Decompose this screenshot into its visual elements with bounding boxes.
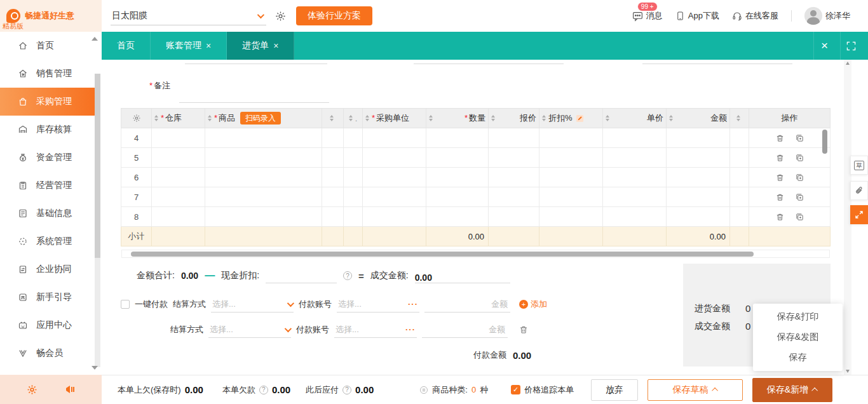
sidebar-item-guide[interactable]: 新手引导 <box>0 283 102 311</box>
expand-fullscreen-button[interactable] <box>850 205 868 224</box>
sidebar-scrollbar-thumb[interactable] <box>95 74 100 258</box>
delete-row-icon[interactable] <box>776 134 784 142</box>
col-purchase-unit[interactable]: 采购单位 <box>365 112 423 124</box>
help-question-icon[interactable] <box>259 386 268 394</box>
sort-icon[interactable] <box>330 115 334 121</box>
copy-row-icon[interactable] <box>796 173 804 182</box>
sort-icon[interactable] <box>365 115 369 121</box>
attachment-button[interactable] <box>850 181 868 200</box>
col-amount[interactable]: 金额 <box>669 112 727 124</box>
scroll-down-icon[interactable] <box>846 370 850 373</box>
save-draft-button[interactable]: 保存草稿 <box>648 379 743 401</box>
pay-amount-input[interactable]: 金额 <box>422 321 508 338</box>
sort-icon[interactable] <box>669 115 673 121</box>
table-vertical-scrollbar-thumb[interactable] <box>822 130 827 154</box>
messages-button[interactable]: 99 + 消息 <box>632 10 663 22</box>
pay-amount-input[interactable]: 金额 <box>424 296 510 313</box>
col-unit-price[interactable]: 单价 <box>606 112 663 124</box>
col-hidden-3[interactable] <box>733 115 746 121</box>
close-tab-icon[interactable] <box>206 41 211 51</box>
sidebar-item-system[interactable]: 系统管理 <box>0 227 102 255</box>
form-field-underline[interactable] <box>414 64 564 64</box>
sidebar-item-appcenter[interactable]: 应用中心 <box>0 311 102 339</box>
form-field-underline[interactable] <box>642 64 792 64</box>
table-row[interactable]: 7 <box>121 187 831 207</box>
sort-icon[interactable] <box>542 115 546 121</box>
tab-purchase-order[interactable]: 进货单 <box>227 32 294 60</box>
sidebar-scroll-up-icon[interactable] <box>92 37 98 41</box>
sidebar-item-operations[interactable]: 经营管理 <box>0 172 102 199</box>
copy-row-icon[interactable] <box>796 193 804 201</box>
column-settings-gear-icon[interactable] <box>124 114 149 123</box>
add-payment-button[interactable]: 添加 <box>519 299 547 310</box>
delete-row-icon[interactable] <box>776 173 784 182</box>
sidebar-item-purchase[interactable]: 采购管理 <box>0 88 97 116</box>
ellipsis-icon[interactable] <box>405 325 416 334</box>
fullscreen-icon[interactable] <box>840 32 862 60</box>
sidebar-item-collaboration[interactable]: 企业协同 <box>0 255 102 283</box>
sort-icon[interactable] <box>349 115 353 121</box>
one-click-pay-checkbox[interactable] <box>121 300 130 309</box>
settle-method-select[interactable]: 选择... <box>211 296 294 313</box>
ellipsis-icon[interactable] <box>408 299 418 309</box>
sidebar-item-funds[interactable]: 资金管理 <box>0 144 102 172</box>
save-and-new-button[interactable]: 保存&新增 <box>752 378 832 402</box>
scan-entry-button[interactable]: 扫码录入 <box>240 112 281 125</box>
sort-icon[interactable] <box>429 115 433 121</box>
col-product[interactable]: 商品扫码录入 <box>208 112 319 125</box>
footer-gear-icon[interactable] <box>27 384 37 395</box>
table-row[interactable]: 5 <box>121 148 831 168</box>
menu-item-save[interactable]: 保存 <box>753 347 843 368</box>
scroll-up-icon[interactable] <box>846 62 850 65</box>
user-menu[interactable]: 徐泽华 <box>804 7 850 25</box>
sidebar-item-inventory[interactable]: 库存核算 <box>0 116 102 144</box>
app-download-button[interactable]: App下载 <box>675 10 719 22</box>
col-warehouse[interactable]: 仓库 <box>154 112 202 124</box>
draft-note-button[interactable]: 草 <box>850 156 868 175</box>
edit-pencil-icon[interactable] <box>576 114 584 123</box>
col-hidden-2[interactable]: . <box>346 114 360 123</box>
delete-payment-row-icon[interactable] <box>519 325 528 334</box>
deal-amount-input[interactable]: 0.00 <box>415 268 510 283</box>
delete-row-icon[interactable] <box>776 213 784 221</box>
table-row[interactable]: 6 <box>121 168 831 187</box>
copy-row-icon[interactable] <box>796 213 804 221</box>
trial-solution-button[interactable]: 体验行业方案 <box>296 6 372 25</box>
sidebar-item-baseinfo[interactable]: 基础信息 <box>0 199 102 227</box>
cash-discount-input[interactable] <box>266 268 337 283</box>
settle-method-select[interactable]: 选择... <box>208 321 291 338</box>
settings-gear-icon[interactable] <box>275 11 286 22</box>
collapse-speaker-icon[interactable] <box>64 384 75 394</box>
table-row[interactable]: 4 <box>121 128 831 148</box>
table-horizontal-scrollbar[interactable] <box>121 250 830 258</box>
horizontal-scrollbar-thumb[interactable] <box>131 252 754 257</box>
sidebar-item-member[interactable]: 畅会员 <box>0 339 102 367</box>
copy-row-icon[interactable] <box>796 154 804 162</box>
menu-item-save-image[interactable]: 保存&发图 <box>753 327 843 347</box>
discard-button[interactable]: 放弃 <box>591 379 638 401</box>
delete-row-icon[interactable] <box>776 154 784 162</box>
remark-input[interactable] <box>179 88 329 103</box>
account-book-selector[interactable]: 日太阳膜 <box>111 6 266 25</box>
pay-account-select[interactable]: 选择... <box>337 296 419 313</box>
help-question-icon[interactable] <box>342 386 351 394</box>
sidebar-item-sales[interactable]: 销售管理 <box>0 60 102 88</box>
sidebar-scroll-down-icon[interactable] <box>92 366 98 370</box>
sort-icon[interactable] <box>606 115 609 121</box>
col-hidden-1[interactable] <box>325 115 341 121</box>
sort-icon[interactable] <box>208 115 212 121</box>
col-discount[interactable]: 折扣% <box>542 112 600 124</box>
tab-home[interactable]: 首页 <box>102 32 151 60</box>
sort-icon[interactable] <box>491 115 495 121</box>
form-field-underline[interactable] <box>185 64 327 64</box>
checked-checkbox-icon[interactable] <box>511 385 520 394</box>
copy-row-icon[interactable] <box>796 134 804 142</box>
help-question-icon[interactable] <box>343 271 352 280</box>
sidebar-item-home[interactable]: 首页 <box>0 32 102 60</box>
sort-icon[interactable] <box>154 115 158 121</box>
price-track-toggle[interactable]: 价格追踪本单 <box>511 384 574 396</box>
table-row[interactable]: 8 <box>121 207 831 227</box>
delete-row-icon[interactable] <box>776 193 784 201</box>
col-quantity[interactable]: 数量 <box>429 112 485 124</box>
col-quote[interactable]: 报价 <box>491 112 536 124</box>
